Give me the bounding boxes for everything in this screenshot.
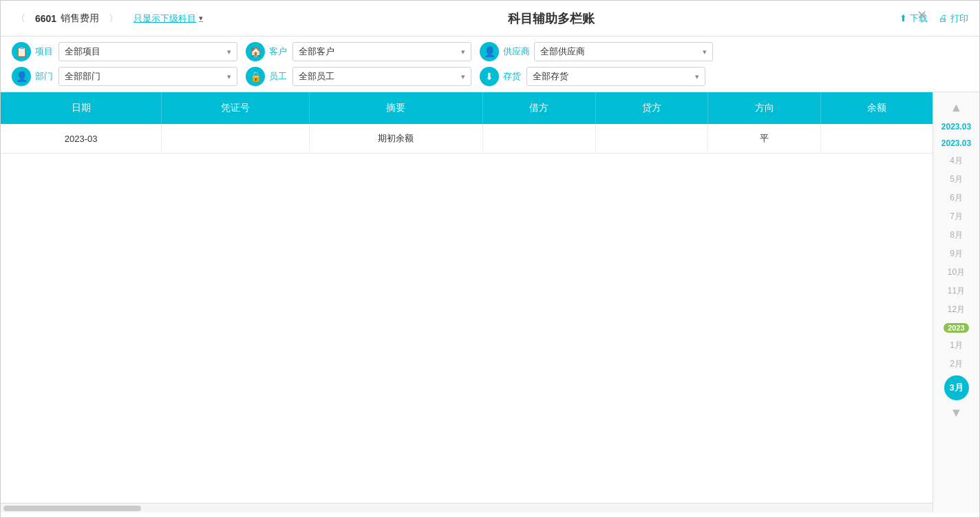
sidebar-month-3-active[interactable]: 3月 [944,375,969,400]
col-balance: 余额 [821,92,933,124]
employee-select[interactable]: 全部员工 ▾ [292,67,471,86]
filter-item-supplier: 👤 供应商 全部供应商 ▾ [480,42,713,61]
prev-account-button[interactable]: 〈 [12,11,30,26]
ledger-table: 日期 凭证号 摘要 借方 贷方 方向 余额 2023-03 期初余额 [1,92,933,154]
download-icon: ⬆ [899,13,907,23]
filter-item-inventory: ⬇ 存货 全部存货 ▾ [480,67,705,86]
filter-row-2: 👤 部门 全部部门 ▾ 🔒 员工 全部员工 ▾ ⬇ 存货 [12,67,968,86]
show-sub-accounts-filter[interactable]: 只显示下级科目 ▾ [134,12,203,25]
filter-item-employee: 🔒 员工 全部员工 ▾ [246,67,471,86]
sidebar-month-1[interactable]: 1月 [936,337,977,354]
sidebar-month-7[interactable]: 7月 [936,208,977,225]
inventory-select[interactable]: 全部存货 ▾ [526,67,705,86]
toolbar-right: ⬆ 下载 🖨 打印 [899,12,968,25]
sidebar-month-10[interactable]: 10月 [936,264,977,281]
supplier-icon: 👤 [480,42,499,61]
print-label: 打印 [950,12,968,25]
project-select[interactable]: 全部项目 ▾ [58,42,237,61]
col-credit: 贷方 [595,92,708,124]
filter-item-department: 👤 部门 全部部门 ▾ [12,67,237,86]
page-title: 科目辅助多栏账 [203,10,899,27]
employee-icon: 🔒 [246,67,265,86]
supplier-label: 供应商 [503,45,530,58]
col-date: 日期 [1,92,162,124]
top-bar: 〈 6601 销售费用 〉 只显示下级科目 ▾ 科目辅助多栏账 ⬆ 下载 🖨 打… [1,1,979,37]
employee-label: 员工 [269,70,288,83]
print-icon: 🖨 [939,13,948,23]
sidebar-month-8[interactable]: 8月 [936,227,977,244]
customer-icon: 🏠 [246,42,265,61]
sidebar-scroll-down[interactable]: ▼ [948,403,966,423]
cell-summary: 期初余额 [310,124,482,154]
account-info: 6601 销售费用 [35,12,99,25]
cell-date: 2023-03 [1,124,162,154]
cell-debit [482,124,595,154]
sidebar-period-2023-03-second[interactable]: 2023.03 [936,136,977,151]
employee-dropdown-arrow: ▾ [461,72,465,81]
department-icon: 👤 [12,67,31,86]
supplier-value: 全部供应商 [540,45,585,58]
inventory-label: 存货 [503,70,522,83]
cell-balance [821,124,933,154]
sidebar-month-5[interactable]: 5月 [936,171,977,188]
inventory-dropdown-arrow: ▾ [695,72,699,81]
table-container: 日期 凭证号 摘要 借方 贷方 方向 余额 2023-03 期初余额 [1,92,933,503]
filter-area: 📋 项目 全部项目 ▾ 🏠 客户 全部客户 ▾ 👤 供应商 [1,37,979,92]
right-sidebar-timeline: ▲ 2023.03 2023.03 4月 5月 6月 7月 8月 9月 10月 … [933,92,979,512]
sidebar-month-9[interactable]: 9月 [936,245,977,262]
supplier-select[interactable]: 全部供应商 ▾ [534,42,713,61]
cell-voucher [162,124,310,154]
department-value: 全部部门 [65,70,100,83]
table-row[interactable]: 2023-03 期初余额 平 [1,124,933,154]
sidebar-month-6[interactable]: 6月 [936,189,977,207]
filter-item-project: 📋 项目 全部项目 ▾ [12,42,237,61]
filter-label: 只显示下级科目 [134,12,196,25]
project-value: 全部项目 [65,45,100,58]
col-summary: 摘要 [310,92,482,124]
filter-row-1: 📋 项目 全部项目 ▾ 🏠 客户 全部客户 ▾ 👤 供应商 [12,42,968,61]
year-badge-container: 2023 [944,322,968,333]
col-debit: 借方 [482,92,595,124]
customer-value: 全部客户 [299,45,334,58]
print-button[interactable]: 🖨 打印 [939,12,968,25]
project-icon: 📋 [12,42,31,61]
project-label: 项目 [35,45,54,58]
customer-dropdown-arrow: ▾ [461,48,465,56]
project-dropdown-arrow: ▾ [227,48,231,56]
sidebar-month-4[interactable]: 4月 [936,152,977,169]
account-code: 6601 [35,13,56,24]
table-header-row: 日期 凭证号 摘要 借方 贷方 方向 余额 [1,92,933,124]
customer-label: 客户 [269,45,288,58]
sidebar-month-2[interactable]: 2月 [936,355,977,373]
customer-select[interactable]: 全部客户 ▾ [292,42,471,61]
sidebar-scroll-up[interactable]: ▲ [948,98,966,118]
cell-credit [595,124,708,154]
main-window: ✕ 〈 6601 销售费用 〉 只显示下级科目 ▾ 科目辅助多栏账 ⬆ 下载 🖨… [0,0,980,518]
employee-value: 全部员工 [299,70,334,83]
department-label: 部门 [35,70,54,83]
cell-direction: 平 [708,124,821,154]
sidebar-month-12[interactable]: 12月 [936,301,977,318]
inventory-icon: ⬇ [480,67,499,86]
next-account-button[interactable]: 〉 [105,11,122,26]
account-name: 销售费用 [61,12,99,25]
horizontal-scrollbar[interactable] [1,503,933,512]
sidebar-period-2023-03-first[interactable]: 2023.03 [936,119,977,134]
supplier-dropdown-arrow: ▾ [703,48,707,56]
department-dropdown-arrow: ▾ [227,72,231,81]
col-direction: 方向 [708,92,821,124]
content-area: 日期 凭证号 摘要 借方 贷方 方向 余额 2023-03 期初余额 [1,92,979,512]
year-badge: 2023 [944,323,968,333]
sidebar-month-11[interactable]: 11月 [936,282,977,300]
department-select[interactable]: 全部部门 ▾ [58,67,237,86]
inventory-value: 全部存货 [533,70,568,83]
col-voucher: 凭证号 [162,92,310,124]
scroll-thumb[interactable] [3,506,141,511]
filter-item-customer: 🏠 客户 全部客户 ▾ [246,42,471,61]
close-button[interactable]: ✕ [917,8,927,23]
